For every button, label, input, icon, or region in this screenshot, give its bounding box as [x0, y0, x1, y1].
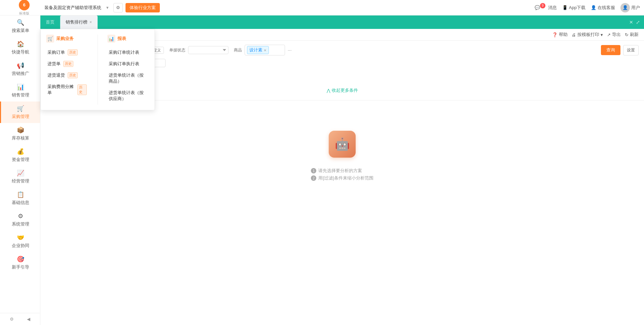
- order-status-select[interactable]: [188, 46, 228, 54]
- col1-title-text: 采购业务: [56, 36, 74, 42]
- online-service-label: 在线客服: [598, 5, 615, 11]
- user-avatar: 👤: [620, 3, 630, 12]
- menu-item-goods-return[interactable]: 进货退货 历史: [46, 70, 88, 81]
- empty-step-1: 1 请先选择要分析的方案: [311, 168, 373, 174]
- settings-small-button[interactable]: 设置: [623, 45, 639, 55]
- sidebar-item-nav[interactable]: 🏠 快捷导航: [0, 37, 40, 58]
- empty-robot-icon: 🤖: [329, 131, 356, 158]
- goods-return-label: 进货退货: [47, 72, 65, 78]
- tab-maximize-icon[interactable]: ⤢: [636, 19, 640, 25]
- menu-item-purchase-order-exec[interactable]: 采购订单执行表: [107, 58, 149, 70]
- content-area: 首页 销售排行榜 × ✕ ⤢ ❓ 帮助 🖨 按模板打印: [40, 15, 644, 325]
- industry-button[interactable]: 体验行业方案: [126, 3, 160, 12]
- sidebar-label-nav: 快捷导航: [12, 49, 29, 55]
- sidebar-item-search[interactable]: 🔍 搜索菜单: [0, 15, 40, 37]
- sidebar-label-finance: 资金管理: [12, 157, 29, 163]
- help-button[interactable]: ❓ 帮助: [552, 32, 568, 38]
- print-icon: 🖨: [572, 32, 576, 37]
- menu-item-receipt-stat-supplier[interactable]: 进货单统计表（按供应商）: [107, 87, 149, 105]
- tab-close-icon[interactable]: ×: [90, 20, 92, 25]
- refresh-button[interactable]: ↻ 刷新: [625, 32, 639, 38]
- home-icon: 🏠: [17, 40, 24, 48]
- sidebar-bottom: ⚙ ◀: [0, 313, 40, 325]
- export-icon: ↗: [607, 32, 611, 37]
- sidebar-item-finance[interactable]: 💰 资金管理: [0, 145, 40, 166]
- empty-steps: 1 请先选择要分析的方案 2 用[过滤]条件来缩小分析范围: [311, 166, 373, 182]
- menu-item-purchase-order[interactable]: 采购订单 历史: [46, 47, 88, 58]
- empty-step-1-text: 请先选择要分析的方案: [318, 168, 362, 174]
- tab-home[interactable]: 首页: [40, 15, 60, 29]
- sidebar-item-purchase[interactable]: 🛒 采购管理: [0, 101, 40, 123]
- sidebar-label-inventory: 库存核算: [12, 135, 29, 141]
- sidebar: 🔍 搜索菜单 🏠 快捷导航 📢 营销推广 📊 销售管理 🛒 采购管理 📦 库存核…: [0, 15, 40, 325]
- dropdown-col1-title: 🛒 采购业务: [46, 35, 88, 43]
- main-layout: 🔍 搜索菜单 🏠 快捷导航 📢 营销推广 📊 销售管理 🛒 采购管理 📦 库存核…: [0, 15, 644, 325]
- header-middle: 装备及固定资产辅助管理系统 ▾ ⚙ 体验行业方案: [44, 3, 535, 12]
- goods-receipt-history-tag: 历史: [63, 61, 73, 67]
- system-icon: ⚙: [18, 212, 23, 220]
- sidebar-collapse-icon[interactable]: ◀: [27, 317, 30, 322]
- sidebar-label-collab: 企业协同: [12, 243, 29, 249]
- goods-label: 商品: [234, 47, 242, 53]
- sidebar-settings-icon[interactable]: ⚙: [10, 317, 14, 322]
- sidebar-item-system[interactable]: ⚙ 系统管理: [0, 209, 40, 231]
- goods-filter-group: 商品 设计素 × ···: [234, 45, 292, 55]
- menu-item-purchase-cost[interactable]: 采购费用分摊单 历史: [46, 81, 88, 98]
- sidebar-item-sales[interactable]: 📊 销售管理: [0, 80, 40, 101]
- export-button[interactable]: ↗ 导出: [607, 32, 621, 38]
- goods-tag-text: 设计素: [249, 47, 262, 53]
- title-dropdown-icon[interactable]: ▾: [104, 4, 111, 11]
- sidebar-item-collab[interactable]: 🤝 企业协同: [0, 231, 40, 252]
- sidebar-item-operations[interactable]: 📈 经营管理: [0, 166, 40, 188]
- purchase-order-exec-label: 采购订单执行表: [109, 61, 139, 67]
- export-label: 导出: [612, 32, 621, 38]
- collapse-label: 收起更多条件: [332, 87, 358, 93]
- collab-icon: 🤝: [17, 234, 24, 241]
- sidebar-item-marketing[interactable]: 📢 营销推广: [0, 58, 40, 80]
- sidebar-label-basic-info: 基础信息: [12, 200, 29, 206]
- online-service-action[interactable]: 👤 在线客服: [591, 5, 615, 11]
- empty-step-2-text: 用[过滤]条件来缩小分析范围: [318, 175, 373, 181]
- sidebar-label-operations: 经营管理: [12, 178, 29, 184]
- messages-action[interactable]: 💬 9 消息: [535, 5, 557, 11]
- tab-home-label: 首页: [46, 19, 55, 25]
- purchase-order-stat-label: 采购订单统计表: [109, 49, 139, 55]
- dropdown-menu: 🛒 采购业务 采购订单 历史 进货单 历史 进货退货 历史: [40, 29, 155, 110]
- tab-controls: ✕ ⤢: [625, 15, 644, 29]
- goods-more-dots[interactable]: ···: [288, 47, 292, 53]
- dropdown-col-report: 📊 报表 采购订单统计表 采购订单执行表 进货单统计表（按商品） 进货单统计表（…: [107, 35, 149, 105]
- sidebar-item-inventory[interactable]: 📦 库存核算: [0, 123, 40, 145]
- service-icon: 👤: [591, 5, 596, 10]
- goods-receipt-label: 进货单: [47, 61, 61, 67]
- guide-icon: 🎯: [17, 255, 24, 263]
- dropdown-columns: 🛒 采购业务 采购订单 历史 进货单 历史 进货退货 历史: [46, 35, 149, 105]
- finance-icon: 💰: [17, 148, 24, 155]
- app-download-action[interactable]: 📱 App下载: [562, 5, 585, 11]
- sidebar-label-system: 系统管理: [12, 221, 29, 227]
- goods-return-history-tag: 历史: [68, 72, 78, 78]
- print-button[interactable]: 🖨 按模板打印 ▾: [572, 32, 603, 38]
- menu-item-goods-receipt[interactable]: 进货单 历史: [46, 58, 88, 70]
- goods-tag: 设计素 ×: [247, 46, 269, 54]
- menu-item-purchase-order-stat[interactable]: 采购订单统计表: [107, 47, 149, 58]
- query-button[interactable]: 查询: [601, 45, 620, 55]
- user-label: 用户: [631, 5, 640, 11]
- tab-sales-rank[interactable]: 销售排行榜 ×: [60, 15, 98, 29]
- sidebar-item-basic-info[interactable]: 📋 基础信息: [0, 188, 40, 209]
- goods-tag-close[interactable]: ×: [264, 48, 266, 53]
- menu-item-receipt-stat-goods[interactable]: 进货单统计表（按商品）: [107, 70, 149, 87]
- dropdown-col2-title: 📊 报表: [107, 35, 149, 43]
- sales-icon: 📊: [17, 83, 24, 91]
- purchase-icon: 🛒: [17, 105, 24, 112]
- messages-badge: 9: [540, 3, 545, 8]
- logo-text: 标准版: [19, 11, 29, 16]
- user-action[interactable]: 👤 用户: [620, 3, 640, 12]
- tab-close-all-icon[interactable]: ✕: [629, 19, 633, 25]
- top-header: 6 标准版 装备及固定资产辅助管理系统 ▾ ⚙ 体验行业方案 💬 9 消息 📱 …: [0, 0, 644, 15]
- sidebar-item-guide[interactable]: 🎯 新手引导: [0, 252, 40, 274]
- print-dropdown-icon: ▾: [601, 32, 603, 37]
- settings-icon[interactable]: ⚙: [113, 3, 123, 12]
- logo-icon: 6: [19, 0, 30, 10]
- purchase-order-label: 采购订单: [47, 49, 65, 55]
- purchase-order-history-tag: 历史: [68, 49, 78, 55]
